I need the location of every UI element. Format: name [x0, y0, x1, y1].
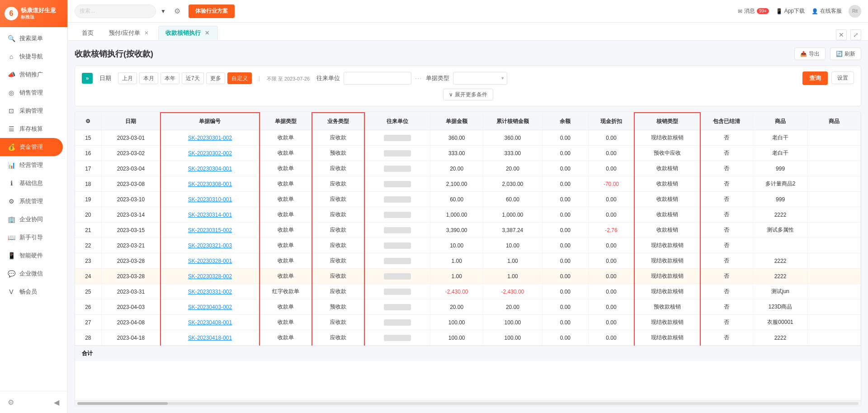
th-writeoff-type[interactable]: 核销类型 — [634, 113, 700, 130]
th-settings[interactable]: ⚙ — [75, 113, 101, 130]
tab-prepay-close[interactable]: ✕ — [143, 29, 150, 37]
cell-goods: 2222 — [753, 253, 808, 269]
doc-no-link[interactable]: SK-20230328-002 — [188, 273, 232, 280]
cell-goods: 2222 — [753, 269, 808, 284]
cell-balance: 0.00 — [542, 299, 588, 315]
th-date[interactable]: 日期 — [101, 113, 160, 130]
app-download-btn[interactable]: 📱 App下载 — [776, 7, 805, 15]
tab-prepay[interactable]: 预付/应付单 ✕ — [102, 26, 157, 40]
th-writeoff[interactable]: 累计核销金额 — [483, 113, 542, 130]
export-button[interactable]: 📤 导出 — [794, 47, 826, 60]
cell-amount: 333.00 — [430, 146, 483, 161]
sidebar-item-system[interactable]: ⚙ 系统管理 — [0, 192, 67, 210]
cell-goods: 老白干 — [753, 146, 808, 161]
doc-no-link[interactable]: SK-20230314-001 — [188, 212, 232, 218]
sidebar-item-hardware[interactable]: 📱 智能硬件 — [0, 247, 67, 265]
topbar-search[interactable]: 搜索... — [75, 5, 156, 18]
horizontal-scrollbar[interactable] — [75, 400, 861, 406]
doc-no-link[interactable]: SK-20230304-001 — [188, 166, 232, 172]
filter-toggle-btn[interactable]: » — [82, 73, 93, 84]
filter-this-month[interactable]: 本月 — [139, 72, 158, 84]
filter-last-7days[interactable]: 近7天 — [182, 72, 204, 84]
cell-doc-type: 收款单 — [259, 192, 312, 207]
refresh-button[interactable]: 🔄 刷新 — [830, 47, 861, 60]
doc-no-link[interactable]: SK-20230302-002 — [188, 150, 232, 157]
doc-no-link[interactable]: SK-20230418-001 — [188, 335, 232, 341]
th-include-settled[interactable]: 包含已结清 — [700, 113, 753, 130]
tab-home[interactable]: 首页 — [75, 26, 101, 40]
topbar-dropdown[interactable]: ▼ — [160, 8, 166, 14]
filter-date-btns: 上月 本月 本年 近7天 更多 自定义 — [118, 72, 252, 84]
messages-btn[interactable]: ✉ 消息 99+ — [738, 7, 769, 15]
sidebar-item-operations[interactable]: 📊 经营管理 — [0, 156, 67, 174]
th-partner[interactable]: 往来单位 — [364, 113, 430, 130]
doc-no-link[interactable]: SK-20230308-001 — [188, 181, 232, 187]
th-discount[interactable]: 现金折扣 — [588, 113, 634, 130]
expand-more-btn[interactable]: ∨ 展开更多条件 — [443, 89, 493, 100]
filter-more-dates[interactable]: 更多 — [206, 72, 225, 84]
th-balance[interactable]: 余额 — [542, 113, 588, 130]
sidebar-item-wechat[interactable]: 💬 企业微信 — [0, 265, 67, 283]
doc-no-link[interactable]: SK-20230321-003 — [188, 242, 232, 249]
th-biz-type[interactable]: 业务类型 — [312, 113, 364, 130]
filter-last-month[interactable]: 上月 — [118, 72, 137, 84]
sidebar-item-search[interactable]: 🔍 搜索菜单 — [0, 29, 67, 47]
sidebar-item-sales[interactable]: ◎ 销售管理 — [0, 84, 67, 102]
th-goods2[interactable]: 商品 — [808, 113, 861, 130]
th-goods[interactable]: 商品 — [753, 113, 808, 130]
th-amount[interactable]: 单据金额 — [430, 113, 483, 130]
th-doc-type[interactable]: 单据类型 — [259, 113, 312, 130]
sidebar-item-marketing[interactable]: 📣 营销推广 — [0, 66, 67, 84]
sidebar-item-base[interactable]: ℹ 基础信息 — [0, 174, 67, 192]
sidebar-item-guide[interactable]: 📖 新手引导 — [0, 228, 67, 247]
settings-button[interactable]: 设置 — [831, 71, 854, 84]
cell-writeoff-type: 现结收款核销 — [634, 238, 700, 253]
table-row: 17 2023-03-04 SK-20230304-001 收款单 应收款 20… — [75, 161, 861, 176]
tab-expand-btn[interactable]: ⤢ — [850, 29, 861, 40]
sidebar-item-purchase[interactable]: ⊡ 采购管理 — [0, 102, 67, 120]
sidebar-item-shortcuts[interactable]: ⌂ 快捷导航 — [0, 47, 67, 66]
filter-this-year[interactable]: 本年 — [160, 72, 179, 84]
cell-discount: 0.00 — [588, 299, 634, 315]
th-doc-no[interactable]: 单据编号 — [160, 113, 259, 130]
sidebar-settings-icon[interactable]: ⚙ — [5, 396, 17, 408]
query-button[interactable]: 查询 — [802, 71, 828, 85]
doc-no-link[interactable]: SK-20230315-002 — [188, 227, 232, 233]
cell-biz-type: 应收款 — [312, 284, 364, 299]
doc-no-link[interactable]: SK-20230331-002 — [188, 289, 232, 295]
doc-no-link[interactable]: SK-20230301-002 — [188, 135, 232, 141]
cell-amount: 2,100.00 — [430, 176, 483, 192]
filter-custom-date[interactable]: 自定义 — [227, 72, 252, 84]
cell-goods: 老白干 — [753, 130, 808, 146]
online-service-btn[interactable]: 👤 在线客服 — [811, 7, 842, 15]
cell-include-settled: 否 — [700, 315, 753, 330]
table-scroll[interactable]: ⚙ 日期 单据编号 单据类型 业务类型 往来单位 单据金额 累计核销金额 余额 … — [75, 112, 861, 400]
partner-blurred — [384, 289, 411, 295]
sidebar-item-finance[interactable]: 💰 资金管理 — [0, 138, 63, 156]
doc-no-link[interactable]: SK-20230328-001 — [188, 258, 232, 264]
topbar-gear-icon[interactable]: ⚙ — [170, 5, 184, 18]
tab-close-all-btn[interactable]: ✕ — [836, 29, 847, 40]
user-avatar[interactable]: Rit — [849, 5, 861, 18]
sidebar-collapse-icon[interactable]: ◀ — [50, 396, 63, 408]
sidebar-item-enterprise[interactable]: 🏢 企业协同 — [0, 210, 67, 228]
cell-date: 2023-04-08 — [101, 315, 160, 330]
cell-biz-type: 应收款 — [312, 223, 364, 238]
sidebar-item-inventory[interactable]: ☰ 库存核算 — [0, 120, 67, 138]
cell-biz-type: 应收款 — [312, 238, 364, 253]
tab-collect[interactable]: 收款核销执行 ✕ — [158, 26, 218, 40]
cell-partner — [364, 130, 430, 146]
cell-date: 2023-04-18 — [101, 330, 160, 346]
filter-voucher-select[interactable] — [453, 72, 507, 85]
tab-collect-close[interactable]: ✕ — [203, 29, 211, 37]
solution-button[interactable]: 体验行业方案 — [189, 5, 235, 18]
main-content: 搜索... ▼ ⚙ 体验行业方案 ✉ 消息 99+ 📱 App下载 👤 在线客服 — [68, 0, 868, 413]
table-row: 24 2023-03-28 SK-20230328-002 收款单 应收款 1.… — [75, 269, 861, 284]
doc-no-link[interactable]: SK-20230403-002 — [188, 304, 232, 310]
doc-no-link[interactable]: SK-20230310-001 — [188, 196, 232, 203]
doc-no-link[interactable]: SK-20230408-001 — [188, 319, 232, 326]
filter-partner-input[interactable] — [344, 72, 411, 85]
sidebar-item-member[interactable]: V 畅会员 — [0, 283, 67, 301]
filter-dots: ··· — [415, 75, 422, 81]
cell-discount: 0.00 — [588, 146, 634, 161]
